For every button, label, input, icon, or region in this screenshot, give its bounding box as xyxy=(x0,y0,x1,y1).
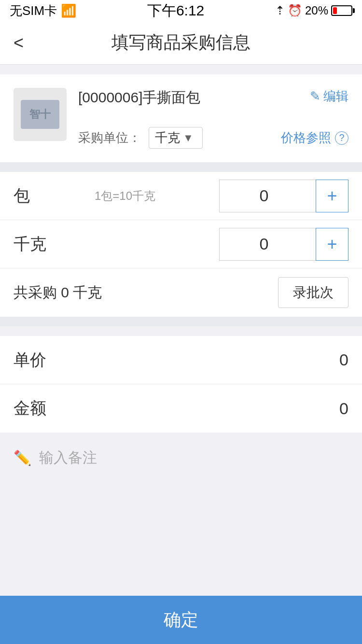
unit-value: 千克 xyxy=(155,129,180,146)
bag-input-row: 包 1包=10千克 + xyxy=(0,172,362,220)
unit-price-label: 单价 xyxy=(14,349,46,371)
page-title: 填写商品采购信息 xyxy=(111,31,251,55)
kg-plus-button[interactable]: + xyxy=(316,228,348,261)
product-info: [0000006]手撕面包 ✎ 编辑 采购单位： 千克 ▼ 价格参照 ? xyxy=(78,88,348,149)
status-time: 下午6:12 xyxy=(147,1,204,21)
bag-plus-button[interactable]: + xyxy=(316,180,348,212)
back-button[interactable]: < xyxy=(14,33,24,53)
divider-1 xyxy=(0,162,362,172)
pencil-icon: ✏️ xyxy=(14,449,31,466)
edit-icon: ✎ xyxy=(310,89,320,104)
status-bar: 无SIM卡 📶 下午6:12 ⇡ ⏰ 20% xyxy=(0,0,362,21)
bag-input[interactable] xyxy=(219,180,316,212)
unit-price-row: 单价 0 xyxy=(0,336,362,384)
alarm-icon: ⏰ xyxy=(288,4,302,17)
status-right: ⇡ ⏰ 20% xyxy=(275,4,352,17)
kg-input[interactable] xyxy=(219,228,316,261)
product-card: 智十 [0000006]手撕面包 ✎ 编辑 采购单位： 千克 ▼ 价格参照 ? xyxy=(0,74,362,162)
amount-row: 金额 0 xyxy=(0,384,362,433)
record-batch-button[interactable]: 录批次 xyxy=(278,277,348,308)
amount-label: 金额 xyxy=(14,397,46,420)
confirm-button[interactable]: 确定 xyxy=(0,596,362,644)
input-section: 包 1包=10千克 + 千克 + 共采购 0 千克 录批次 xyxy=(0,172,362,317)
unit-select[interactable]: 千克 ▼ xyxy=(149,127,203,149)
battery-icon xyxy=(331,5,352,16)
note-section[interactable]: ✏️ 输入备注 xyxy=(0,434,362,482)
kg-label: 千克 xyxy=(14,233,91,255)
status-left: 无SIM卡 📶 xyxy=(10,2,76,19)
total-label: 共采购 0 千克 xyxy=(14,283,102,303)
help-icon: ? xyxy=(335,131,348,145)
wifi-icon: 📶 xyxy=(61,3,76,18)
total-row: 共采购 0 千克 录批次 xyxy=(0,268,362,317)
product-logo: 智十 xyxy=(21,100,59,129)
bag-label: 包 xyxy=(14,185,91,207)
note-placeholder: 输入备注 xyxy=(39,448,97,468)
edit-button[interactable]: ✎ 编辑 xyxy=(310,88,348,105)
unit-price-value: 0 xyxy=(339,350,348,369)
battery-percent: 20% xyxy=(305,4,328,17)
bag-sublabel: 1包=10千克 xyxy=(95,188,155,204)
product-image: 智十 xyxy=(14,88,67,141)
product-name: [0000006]手撕面包 xyxy=(78,88,200,108)
kg-input-row: 千克 + xyxy=(0,220,362,268)
carrier-label: 无SIM卡 xyxy=(10,2,57,19)
unit-label: 采购单位： xyxy=(78,129,141,146)
price-section: 单价 0 金额 0 xyxy=(0,336,362,433)
divider-2 xyxy=(0,317,362,326)
price-ref-button[interactable]: 价格参照 ? xyxy=(281,129,348,146)
kg-input-wrap: + xyxy=(219,228,348,261)
unit-row: 采购单位： 千克 ▼ xyxy=(78,127,203,149)
dropdown-arrow: ▼ xyxy=(183,132,194,144)
confirm-label: 确定 xyxy=(164,608,198,632)
location-icon: ⇡ xyxy=(275,4,285,17)
nav-bar: < 填写商品采购信息 xyxy=(0,21,362,65)
amount-value: 0 xyxy=(339,399,348,418)
bag-input-wrap: + xyxy=(219,180,348,212)
